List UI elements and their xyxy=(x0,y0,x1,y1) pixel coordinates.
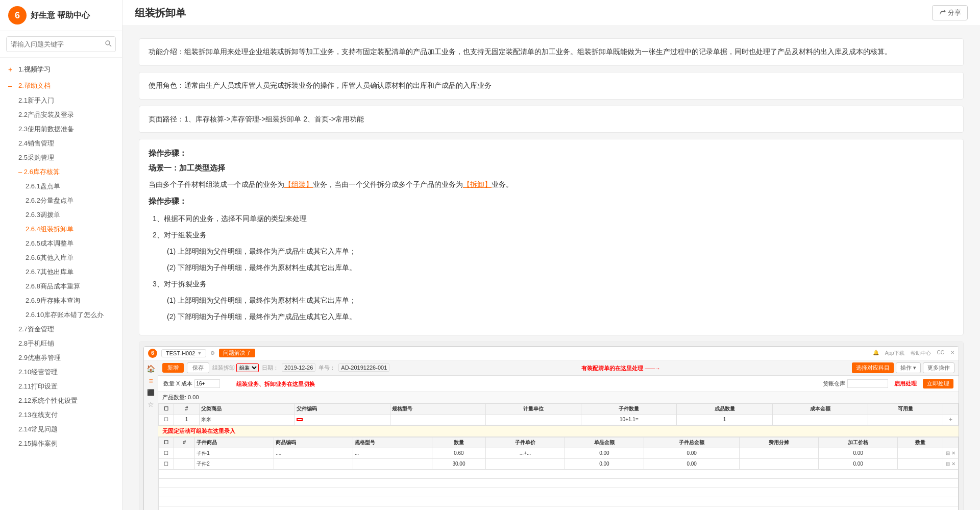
step-2-1-text: (1) 上部明细为父件明细，最终作为产成品生成其它入库单； xyxy=(167,247,356,255)
sidebar-icon-list: ≡ xyxy=(149,377,153,385)
top-nav-apps: App下载 xyxy=(885,350,904,357)
billno-label: 单号： xyxy=(318,364,335,372)
more2-btn[interactable]: 更多操作 xyxy=(923,362,954,373)
sidebar-item-inventory-check[interactable]: 2.6.1盘点单 xyxy=(0,179,122,193)
th-seq: # xyxy=(174,403,200,414)
operations-title: 操作步骤： xyxy=(149,149,954,158)
search-input[interactable] xyxy=(7,37,101,51)
search-icon xyxy=(105,40,112,47)
sidebar-item-faq[interactable]: 2.14常见问题 xyxy=(0,422,122,436)
section-label: 产品数量: 0.00 xyxy=(162,394,199,401)
td2-1-code: .... xyxy=(274,448,353,458)
logo-area: 6 好生意 帮助中心 xyxy=(0,0,122,31)
td2-1-chk: ☐ xyxy=(159,448,174,458)
th2-checkbox: ☐ xyxy=(159,437,174,448)
sidebar-item-data-prep[interactable]: 2.3使用前数据准备 xyxy=(0,122,122,136)
sidebar-item-print[interactable]: 2.11打印设置 xyxy=(0,379,122,394)
sidebar-item-label: 2.帮助文档 xyxy=(18,81,51,90)
operations-block: 操作步骤： 场景一：加工类型选择 当由多个子件材料组装成一个成品的业务为【组装】… xyxy=(139,139,964,335)
step-3-text: 3、对于拆裂业务 xyxy=(153,280,207,288)
qty-input[interactable] xyxy=(194,379,220,388)
page-title: 组装拆卸单 xyxy=(135,6,186,20)
annotation-arrow-1: ——→ xyxy=(645,366,660,371)
annotation-5-text: 无固定活动可组装在这里录入 xyxy=(162,427,235,435)
main-content: 组装拆卸单 分享 功能介绍：组装拆卸单用来处理企业组装或拆卸等加工业务，支持有固… xyxy=(122,0,980,510)
top-nav-notification: 🔔 xyxy=(873,350,879,357)
row2-del-icon[interactable]: ✕ xyxy=(951,461,955,467)
top-nav-close: ✕ xyxy=(950,350,954,357)
warehouse-label: 货账仓库 xyxy=(823,380,845,387)
td2-1-tamt: 0.00 xyxy=(644,448,740,458)
child-row-empty-2 xyxy=(159,478,959,488)
sidebar-item-finance[interactable]: 2.7资金管理 xyxy=(0,322,122,336)
sidebar-item-transfer[interactable]: 2.6.3调拨单 xyxy=(0,208,122,222)
form-details: 数量 X 成本 组装业务、拆卸业务在这里切换 货账仓库 xyxy=(158,376,959,392)
th-checkbox: ☐ xyxy=(159,403,174,414)
apply-btn[interactable]: 立即处理 xyxy=(923,379,953,388)
type-select[interactable]: 组装 拆卸 xyxy=(236,363,259,372)
step-1-text: 1、根据不同的业务，选择不同单据的类型来处理 xyxy=(153,214,307,223)
td2-1-pprice: 0.00 xyxy=(819,448,898,458)
td2-2-chk: ☐ xyxy=(159,458,174,469)
sidebar-item-cost-recalc[interactable]: 2.6.8商品成本重算 xyxy=(0,279,122,294)
sidebar-item-mobile[interactable]: 2.8手机旺铺 xyxy=(0,336,122,351)
row2-copy-icon[interactable]: ⊞ xyxy=(946,461,950,467)
parent-table-header: ☐ # 父类商品 父件编码 规格型号 计量单位 子件数量 成品数量 xyxy=(159,403,959,414)
sidebar-item-case[interactable]: 2.15操作案例 xyxy=(0,436,122,451)
th-parent-item: 父类商品 xyxy=(200,403,295,414)
row-add-icon[interactable]: + xyxy=(949,416,952,423)
sidebar-item-ops-mgmt[interactable]: 2.10经营管理 xyxy=(0,365,122,379)
share-button[interactable]: 分享 xyxy=(932,5,968,20)
td-empty-2 xyxy=(159,478,959,488)
th2-seq: # xyxy=(174,437,195,448)
disassembly-link: 【拆卸】 xyxy=(463,180,492,188)
td2-1-item: 子件1 xyxy=(195,448,274,458)
step-1: 1、根据不同的业务，选择不同单据的类型来处理 xyxy=(153,211,954,226)
annotation-area-4: 启用处理 xyxy=(894,380,917,387)
sidebar-item-cost-adjust[interactable]: 2.6.5成本调整单 xyxy=(0,236,122,251)
th2-total-amt: 子件总金额 xyxy=(644,437,740,448)
svg-line-1 xyxy=(110,45,112,47)
new-btn[interactable]: 新增 xyxy=(162,363,184,373)
td-child-qty: 10+1.1= xyxy=(581,414,677,425)
sidebar-item-coupon[interactable]: 2.9优惠券管理 xyxy=(0,351,122,365)
code-input-highlighted[interactable] xyxy=(297,418,303,421)
td-checkbox: ☐ xyxy=(159,414,174,425)
sidebar-item-other-inbound[interactable]: 2.6.6其他入库单 xyxy=(0,251,122,265)
sidebar-item-other-outbound[interactable]: 2.6.7其他出库单 xyxy=(0,265,122,279)
warehouse-input[interactable] xyxy=(847,379,888,388)
sidebar-item-system-settings[interactable]: 2.12系统个性化设置 xyxy=(0,394,122,408)
step-3-1-text: (1) 上部明细为父件明细，最终作为原材料生成其它出库单； xyxy=(167,296,356,304)
save-btn[interactable]: 保存 xyxy=(187,362,209,373)
more-btn[interactable]: 操作 ▾ xyxy=(896,362,921,373)
sidebar-item-purchase[interactable]: 2.5采购管理 xyxy=(0,151,122,165)
app-main-content: 新增 保存 组装拆卸 组装 拆卸 日期： 2 xyxy=(158,360,959,510)
td-avail xyxy=(868,414,943,425)
search-button[interactable] xyxy=(101,37,116,52)
feedback-btn[interactable]: 问题解决了 xyxy=(219,349,255,357)
row-del-icon[interactable]: ✕ xyxy=(951,450,955,456)
type-field: 组装拆卸 组装 拆卸 xyxy=(212,363,259,372)
sidebar-item-inventory[interactable]: – 2.6库存核算 xyxy=(0,165,122,179)
td2-2-iamt: 0.00 xyxy=(565,458,644,469)
step-3: 3、对于拆裂业务 xyxy=(153,277,954,291)
collapse-icon: – xyxy=(8,82,15,89)
sidebar-item-install[interactable]: 2.2产品安装及登录 xyxy=(0,108,122,122)
sidebar-item-ledger-query[interactable]: 2.6.9库存账本查询 xyxy=(0,294,122,308)
child-row-empty-4 xyxy=(159,497,959,506)
row-copy-icon[interactable]: ⊞ xyxy=(946,450,950,456)
td2-1-iamt: 0.00 xyxy=(565,448,644,458)
sidebar-item-docs[interactable]: – 2.帮助文档 xyxy=(0,78,122,93)
th-child-qty: 子件数量 xyxy=(581,403,677,414)
sidebar-item-newcomer[interactable]: 2.1新手入门 xyxy=(0,93,122,108)
sidebar-item-video[interactable]: + 1.视频学习 xyxy=(0,62,122,77)
sidebar-item-ledger-fix[interactable]: 2.6.10库存账本错了怎么办 xyxy=(0,308,122,322)
upper-table-area: ☐ # 父类商品 父件编码 规格型号 计量单位 子件数量 成品数量 xyxy=(158,403,959,425)
th2-unit-price: 子件单价 xyxy=(486,437,565,448)
company-select[interactable]: TEST-H002 ▼ xyxy=(161,349,206,357)
sidebar-item-partial-check[interactable]: 2.6.2分量盘点单 xyxy=(0,193,122,208)
confirm-btn[interactable]: 选择对应科目 xyxy=(852,362,894,373)
sidebar-item-sales[interactable]: 2.4销售管理 xyxy=(0,136,122,151)
sidebar-item-assembly[interactable]: 2.6.4组装拆卸单 xyxy=(0,222,122,236)
sidebar-item-online-pay[interactable]: 2.13在线支付 xyxy=(0,408,122,422)
